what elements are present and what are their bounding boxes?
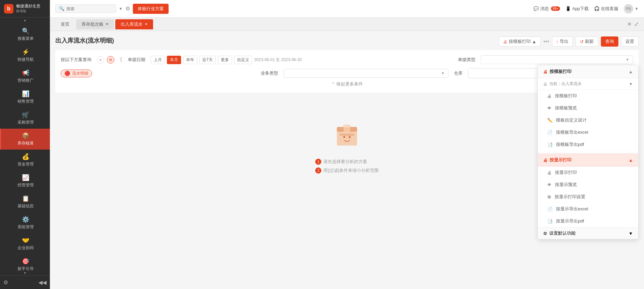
sales-icon: 📊	[22, 90, 29, 98]
filter-add-btn[interactable]: +	[97, 56, 104, 63]
refresh-icon: ↺	[580, 39, 584, 44]
dropdown-item-template-preview[interactable]: 👁 按模板预览	[538, 102, 638, 114]
type-label: 单据类型	[458, 57, 475, 63]
online-service-btn[interactable]: 🎧 在线客服	[594, 6, 618, 12]
dropdown-item-display-settings[interactable]: ⚙ 按显示打印设置	[538, 191, 638, 203]
dropdown-item-display-pdf[interactable]: 📑 按显示导出pdf	[538, 215, 638, 227]
sidebar-item-label: 营销推广	[18, 78, 34, 83]
dropdown-item-template-print[interactable]: 🖨 按模板打印	[538, 90, 638, 102]
date-range-display: 2023-06-01 至 2023-06-30	[254, 57, 302, 63]
display-excel-icon: 📄	[547, 207, 553, 212]
topbar-right: 💬 消息 99+ 📱 App下载 🎧 在线客服 Rit ▼	[533, 4, 639, 14]
collapse-icon: ⌃	[331, 82, 335, 87]
tab-batch[interactable]: 库存批次账✕	[76, 19, 114, 29]
sidebar-item-marketing[interactable]: 📢营销推广	[0, 66, 50, 87]
user-avatar[interactable]: Rit ▼	[624, 4, 639, 14]
dropdown-header: 🖨 按模板打印 ▲	[538, 65, 638, 78]
tab-close-window-btn[interactable]: ✕	[627, 21, 632, 27]
sidebar-item-operations[interactable]: 📈经营管理	[0, 170, 50, 191]
sidebar-footer: ⚙ ◀◀	[0, 275, 50, 289]
dropdown-current-row: 🖨 当前：出入库流水 ▼	[538, 78, 638, 90]
settings-btn[interactable]: 设置	[621, 36, 639, 47]
sidebar-item-purchase[interactable]: 🛒采购管理	[0, 108, 50, 129]
dropdown-item-display-preview[interactable]: 👁 按显示预览	[538, 179, 638, 191]
tab-close-icon[interactable]: ✕	[145, 22, 148, 26]
marketing-icon: 📢	[22, 69, 29, 77]
empty-illustration	[330, 117, 364, 151]
date-btn-本月[interactable]: 本月	[167, 56, 181, 64]
active-filter-label: 流水明细	[72, 71, 88, 76]
dropdown-collapse-icon[interactable]: ▲	[628, 69, 633, 74]
type-select[interactable]: ▼	[481, 55, 633, 64]
guide-icon: 🎯	[22, 258, 29, 265]
type-select-arrow: ▼	[625, 57, 630, 62]
date-btn-本年[interactable]: 本年	[183, 56, 197, 64]
biz-type-select[interactable]: ▼	[284, 69, 449, 78]
search-caret-icon[interactable]: ▼	[119, 6, 123, 11]
messages-btn[interactable]: 💬 消息 99+	[533, 6, 560, 12]
query-btn[interactable]: 查询	[601, 36, 618, 47]
industry-btn[interactable]: 体验行业方案	[133, 4, 169, 14]
search-box[interactable]: 🔍	[55, 4, 116, 13]
sidebar-item-label: 资金管理	[18, 161, 34, 167]
shortcut-icon: ⚡	[22, 48, 29, 56]
sidebar-item-finance[interactable]: 💰资金管理	[0, 150, 50, 170]
toolbar-more-icon[interactable]: •••	[544, 38, 549, 45]
refresh-btn[interactable]: ↺ 刷新	[576, 36, 598, 47]
date-btn-自定义[interactable]: 自定义	[234, 56, 252, 64]
sidebar-item-shortcut[interactable]: ⚡快捷导航	[0, 45, 50, 66]
sidebar-scroll-down[interactable]: ▼	[0, 270, 50, 275]
print-header-icon: 🖨	[543, 69, 548, 74]
filter-expand-icon[interactable]: 《	[117, 56, 122, 63]
display-section-header[interactable]: 🖨 按显示打印 ▲	[538, 154, 638, 166]
topbar-gear-icon[interactable]: ⚙	[125, 5, 130, 12]
sidebar-item-basic[interactable]: 📋基础信息	[0, 191, 50, 212]
sidebar-item-search[interactable]: 🔍搜索菜单	[0, 24, 50, 45]
app-download-btn[interactable]: 📱 App下载	[565, 6, 589, 12]
print-template-btn[interactable]: 🖨 按模板打印 ▲	[499, 36, 541, 47]
sidebar-item-system[interactable]: ⚙️系统管理	[0, 212, 50, 233]
date-btn-上月[interactable]: 上月	[151, 56, 165, 64]
svg-point-5	[343, 136, 345, 138]
dropdown-item-template-pdf[interactable]: 📑 按模板导出pdf	[538, 138, 638, 151]
sidebar-item-cooperation[interactable]: 🤝企业协同	[0, 233, 50, 254]
sidebar-item-guide[interactable]: 🎯新手引导	[0, 254, 50, 270]
dropdown-footer[interactable]: ⚙ 设置默认功能 ▼	[538, 227, 638, 239]
tab-home[interactable]: 首页	[55, 19, 75, 29]
dropdown-item-display-excel[interactable]: 📄 按显示导出excel	[538, 203, 638, 215]
current-caret-icon[interactable]: ▼	[629, 82, 633, 86]
display-print-icon: 🖨	[547, 170, 552, 175]
dropdown-title: 🖨 按模板打印	[543, 69, 572, 75]
sidebar-settings-icon[interactable]: ⚙	[3, 279, 8, 286]
filter-settings-btn[interactable]: ⚙	[107, 56, 114, 63]
biz-select-arrow: ▼	[441, 71, 445, 76]
tab-close-icon[interactable]: ✕	[106, 22, 109, 26]
dropdown-item-template-design[interactable]: ✏️ 模板自定义设计	[538, 114, 638, 126]
sidebar-item-label: 新手引导	[18, 266, 34, 270]
date-btn-更多[interactable]: 更多	[218, 56, 232, 64]
sidebar: b 畅捷通好生意 标准版 ▲ 🔍搜索菜单⚡快捷导航📢营销推广📊销售管理🛒采购管理…	[0, 0, 50, 289]
dropdown-divider	[538, 152, 638, 152]
print-caret-icon[interactable]: ▲	[532, 39, 536, 44]
dropdown-item-display-print[interactable]: 🖨 按显示打印	[538, 166, 638, 179]
sidebar-item-inventory[interactable]: 📦库存核算	[0, 129, 50, 150]
empty-steps: 1 请先选择要分析的方案 2 用[过滤]条件来缩小分析范围	[315, 157, 378, 175]
active-filter-chip[interactable]: 🔴 流水明细	[61, 70, 92, 77]
date-btn-近7天[interactable]: 近7天	[199, 56, 216, 64]
page-content: 出入库流水(流水明细) 🖨 按模板打印 ▲ ••• ↑ 导出 ↺ 刷新 查询 设…	[50, 31, 644, 289]
footer-caret-icon: ▼	[628, 231, 633, 236]
tab-maximize-btn[interactable]: ⤢	[634, 21, 639, 27]
default-settings-icon: ⚙	[543, 231, 547, 236]
sidebar-collapse-icon[interactable]: ◀◀	[38, 279, 47, 286]
sidebar-item-sales[interactable]: 📊销售管理	[0, 87, 50, 108]
purchase-icon: 🛒	[22, 111, 29, 119]
tab-flow[interactable]: 出入库流水✕	[115, 19, 153, 29]
sidebar-scroll-up[interactable]: ▲	[0, 18, 50, 23]
dropdown-item-template-excel[interactable]: 📄 按模板导出excel	[538, 126, 638, 138]
tab-label: 出入库流水	[121, 21, 143, 27]
filter-section-label: 按以下方案查询	[61, 57, 91, 63]
date-filter: 上月本月本年近7天更多自定义2023-06-01 至 2023-06-30	[151, 56, 302, 64]
filter-actions: + ⚙ 《	[97, 56, 122, 63]
search-input[interactable]	[66, 6, 110, 11]
export-btn[interactable]: ↑ 导出	[552, 36, 573, 47]
